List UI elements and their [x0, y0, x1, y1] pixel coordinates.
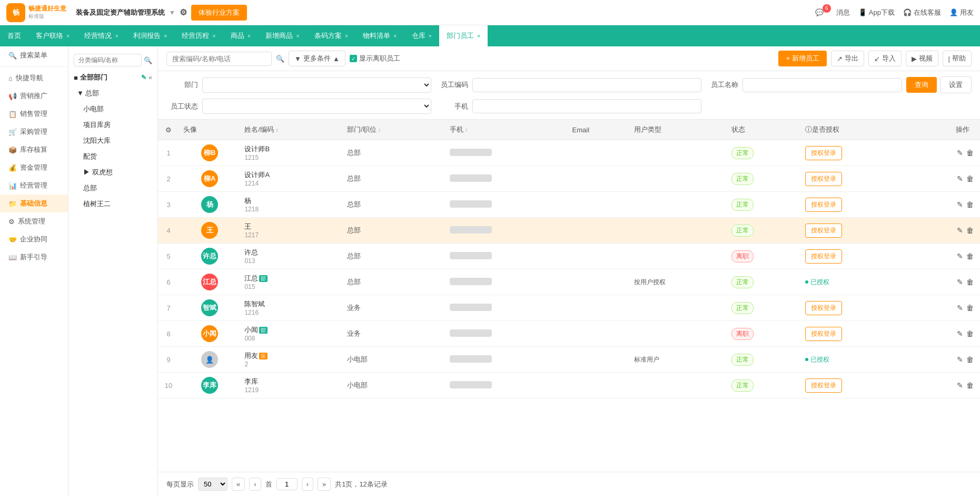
- nav-goods[interactable]: 商品 ×: [223, 25, 258, 46]
- auth-button[interactable]: 授权登录: [805, 223, 842, 238]
- show-resigned-toggle[interactable]: ✓ 显示离职员工: [350, 54, 400, 63]
- close-icon[interactable]: ×: [164, 33, 167, 39]
- next-page-btn[interactable]: ›: [302, 478, 313, 491]
- th-phone[interactable]: 手机 ↕: [446, 120, 568, 140]
- dept-tree-item-shenyang[interactable]: 沈阳大库: [68, 133, 157, 149]
- nav-home[interactable]: 首页: [0, 25, 28, 46]
- th-dept-position[interactable]: 部门/职位 ↕: [343, 120, 446, 140]
- page-number-input[interactable]: [276, 478, 298, 490]
- import-btn[interactable]: ↙ 导入: [868, 51, 902, 66]
- edit-btn[interactable]: ✎: [957, 381, 963, 390]
- auth-button[interactable]: 授权登录: [805, 249, 842, 264]
- dept-tree-item-zongbu[interactable]: ▼ 总部: [68, 85, 157, 101]
- sidebar-item-purchase[interactable]: 🛒 采购管理: [0, 123, 68, 141]
- add-employee-button[interactable]: + 新增员工: [778, 51, 826, 66]
- nav-profit[interactable]: 利润报告 ×: [126, 25, 174, 46]
- user-item[interactable]: 👤 用友: [949, 8, 974, 17]
- nav-warehouse[interactable]: 仓库 ×: [404, 25, 439, 46]
- auth-button[interactable]: 授权登录: [805, 172, 842, 186]
- close-icon[interactable]: ×: [248, 33, 251, 39]
- sidebar-item-marketing[interactable]: 📢 营销推广: [0, 87, 68, 105]
- help-btn[interactable]: | 帮助: [943, 51, 972, 66]
- sidebar-item-enterprise[interactable]: 🤝 企业协同: [0, 230, 68, 248]
- settings-icon[interactable]: ⚙: [180, 7, 187, 17]
- delete-btn[interactable]: 🗑: [966, 329, 974, 338]
- online-service-item[interactable]: 🎧 在线客服: [903, 8, 941, 17]
- delete-btn[interactable]: 🗑: [966, 174, 974, 183]
- edit-btn[interactable]: ✎: [957, 149, 963, 157]
- delete-btn[interactable]: 🗑: [966, 252, 974, 260]
- dept-tree-item-project[interactable]: 项目库房: [68, 117, 157, 133]
- nav-add-goods[interactable]: 新增商品 ×: [258, 25, 306, 46]
- sidebar-item-operation[interactable]: 📊 经营管理: [0, 177, 68, 194]
- sidebar-item-system[interactable]: ⚙ 系统管理: [0, 212, 68, 230]
- auth-button[interactable]: 授权登录: [805, 198, 842, 212]
- sidebar-item-finance[interactable]: 💰 资金管理: [0, 159, 68, 177]
- message-item[interactable]: 💬 6 消息: [815, 8, 850, 17]
- edit-btn[interactable]: ✎: [957, 174, 963, 183]
- delete-btn[interactable]: 🗑: [966, 381, 974, 390]
- more-conditions-btn[interactable]: ▼ 更多条件 ▲: [289, 51, 345, 66]
- sidebar-item-guide[interactable]: 📖 新手引导: [0, 248, 68, 266]
- dept-tree-item-zhishu[interactable]: 植树王二: [68, 196, 157, 212]
- delete-btn[interactable]: 🗑: [966, 355, 974, 364]
- close-icon[interactable]: ×: [345, 33, 348, 39]
- close-icon[interactable]: ×: [477, 33, 480, 39]
- close-icon[interactable]: ×: [115, 33, 118, 39]
- edit-btn[interactable]: ✎: [957, 304, 963, 312]
- dept-tree-item-peihuo[interactable]: 配货: [68, 149, 157, 164]
- close-icon[interactable]: ×: [429, 33, 432, 39]
- trial-button[interactable]: 体验行业方案: [191, 5, 247, 21]
- close-icon[interactable]: ×: [66, 33, 70, 39]
- auth-button[interactable]: 授权登录: [805, 146, 842, 160]
- edit-btn[interactable]: ✎: [957, 329, 963, 338]
- dept-tree-item-xiaodian[interactable]: 小电部: [68, 101, 157, 117]
- delete-btn[interactable]: 🗑: [966, 226, 974, 235]
- emp-status-filter-select[interactable]: [202, 99, 431, 114]
- close-icon[interactable]: ×: [212, 33, 215, 39]
- close-icon[interactable]: ×: [393, 33, 397, 39]
- auth-button[interactable]: 授权登录: [805, 327, 842, 341]
- first-page-btn[interactable]: «: [232, 478, 245, 491]
- reset-button[interactable]: 设置: [940, 76, 972, 93]
- search-btn-icon[interactable]: 🔍: [276, 55, 284, 63]
- auth-button[interactable]: 授权登录: [805, 378, 842, 393]
- th-name-code[interactable]: 姓名/编码 ↕: [240, 120, 343, 140]
- edit-btn[interactable]: ✎: [957, 355, 963, 364]
- query-button[interactable]: 查询: [906, 77, 937, 93]
- delete-btn[interactable]: 🗑: [966, 200, 974, 209]
- nav-bom[interactable]: 物料清单 ×: [355, 25, 404, 46]
- dept-all-header[interactable]: ■ 全部部门 ✎ «: [68, 70, 157, 85]
- sidebar-search[interactable]: 🔍 搜索菜单: [0, 46, 68, 64]
- emp-name-filter-input[interactable]: [743, 78, 902, 92]
- prev-page-btn[interactable]: ‹: [249, 478, 261, 491]
- export-btn[interactable]: ↗ 导出: [831, 51, 864, 66]
- phone-filter-input[interactable]: [472, 99, 701, 113]
- th-settings[interactable]: ⚙: [158, 120, 179, 140]
- emp-code-filter-input[interactable]: [472, 78, 701, 92]
- close-icon[interactable]: ×: [296, 33, 299, 39]
- nav-operation[interactable]: 经营情况 ×: [77, 25, 125, 46]
- dept-edit-icon[interactable]: ✎: [141, 74, 146, 81]
- dept-collapse-icon[interactable]: «: [149, 74, 152, 81]
- dept-tree-item-shuanghu[interactable]: ▶ 双虎想: [68, 164, 157, 180]
- edit-btn[interactable]: ✎: [957, 200, 963, 209]
- search-input[interactable]: [166, 52, 272, 66]
- last-page-btn[interactable]: »: [318, 478, 331, 491]
- delete-btn[interactable]: 🗑: [966, 304, 974, 312]
- dept-search-icon[interactable]: 🔍: [144, 56, 152, 64]
- nav-customer[interactable]: 客户联络 ×: [28, 25, 77, 46]
- auth-button[interactable]: 授权登录: [805, 301, 842, 315]
- sidebar-item-quick-nav[interactable]: ⌂ 快捷导航: [0, 69, 68, 87]
- delete-btn[interactable]: 🗑: [966, 278, 974, 286]
- dept-search-input[interactable]: [74, 54, 142, 66]
- view-btn[interactable]: ▶ 视频: [906, 51, 938, 66]
- nav-dept-employee[interactable]: 部门员工 ×: [439, 25, 488, 46]
- app-download-item[interactable]: 📱 App下载: [858, 8, 895, 17]
- nav-history[interactable]: 经营历程 ×: [174, 25, 223, 46]
- page-size-select[interactable]: 50 100: [198, 478, 227, 491]
- edit-btn[interactable]: ✎: [957, 226, 963, 235]
- delete-btn[interactable]: 🗑: [966, 149, 974, 157]
- sidebar-item-inventory[interactable]: 📦 库存核算: [0, 141, 68, 159]
- edit-btn[interactable]: ✎: [957, 252, 963, 260]
